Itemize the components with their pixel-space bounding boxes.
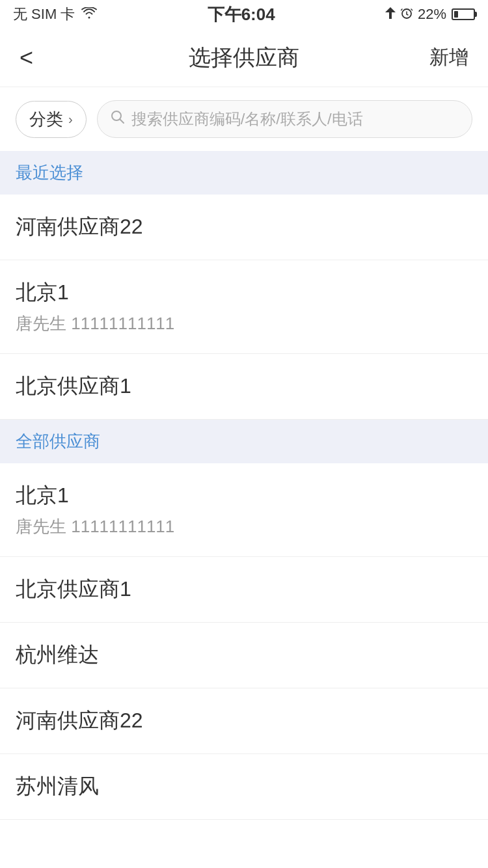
item-name: 河南供应商22: [16, 213, 472, 241]
item-name: 杭州维达: [16, 641, 472, 670]
all-section-label: 全部供应商: [16, 431, 100, 451]
search-icon: [111, 110, 125, 128]
item-sub: 唐先生 11111111111: [16, 515, 472, 538]
chevron-right-icon: ›: [68, 112, 73, 127]
battery-icon: [452, 8, 475, 20]
location-icon: [385, 6, 396, 23]
nav-bar: < 选择供应商 新增: [0, 29, 488, 87]
back-button[interactable]: <: [20, 44, 59, 72]
sim-text: 无 SIM 卡: [13, 5, 75, 24]
list-item[interactable]: 北京供应商1: [0, 354, 488, 420]
search-placeholder: 搜索供应商编码/名称/联系人/电话: [131, 109, 363, 129]
page-title: 选择供应商: [189, 43, 299, 73]
list-item[interactable]: 苏州清风: [0, 754, 488, 820]
item-name: 北京供应商1: [16, 575, 472, 604]
recent-items-list: 河南供应商22 北京1 唐先生 11111111111 北京供应商1: [0, 195, 488, 420]
status-left: 无 SIM 卡: [13, 5, 97, 24]
category-label: 分类: [29, 108, 63, 131]
item-name: 北京1: [16, 481, 472, 510]
item-name: 河南供应商22: [16, 707, 472, 735]
all-items-list: 北京1 唐先生 11111111111 北京供应商1 杭州维达 河南供应商22 …: [0, 463, 488, 820]
item-name: 北京供应商1: [16, 372, 472, 401]
list-item[interactable]: 北京1 唐先生 11111111111: [0, 260, 488, 354]
battery-percent: 22%: [418, 6, 446, 23]
list-item[interactable]: 北京1 唐先生 11111111111: [0, 463, 488, 557]
list-item[interactable]: 北京供应商1: [0, 557, 488, 623]
item-sub: 唐先生 11111111111: [16, 312, 472, 335]
list-item[interactable]: 河南供应商22: [0, 195, 488, 260]
recent-section-header: 最近选择: [0, 151, 488, 195]
wifi-icon: [81, 6, 97, 23]
search-box[interactable]: 搜索供应商编码/名称/联系人/电话: [97, 100, 472, 138]
recent-section-label: 最近选择: [16, 163, 83, 182]
add-button[interactable]: 新增: [429, 44, 468, 71]
status-right: 22%: [385, 6, 475, 23]
list-item[interactable]: 杭州维达: [0, 623, 488, 688]
all-section-header: 全部供应商: [0, 420, 488, 463]
filter-bar: 分类 › 搜索供应商编码/名称/联系人/电话: [0, 87, 488, 151]
alarm-icon: [401, 6, 413, 23]
status-time: 下午6:04: [208, 3, 275, 26]
item-name: 苏州清风: [16, 772, 472, 801]
status-bar: 无 SIM 卡 下午6:04 22%: [0, 0, 488, 29]
category-button[interactable]: 分类 ›: [16, 101, 87, 138]
list-item[interactable]: 河南供应商22: [0, 688, 488, 754]
item-name: 北京1: [16, 278, 472, 307]
